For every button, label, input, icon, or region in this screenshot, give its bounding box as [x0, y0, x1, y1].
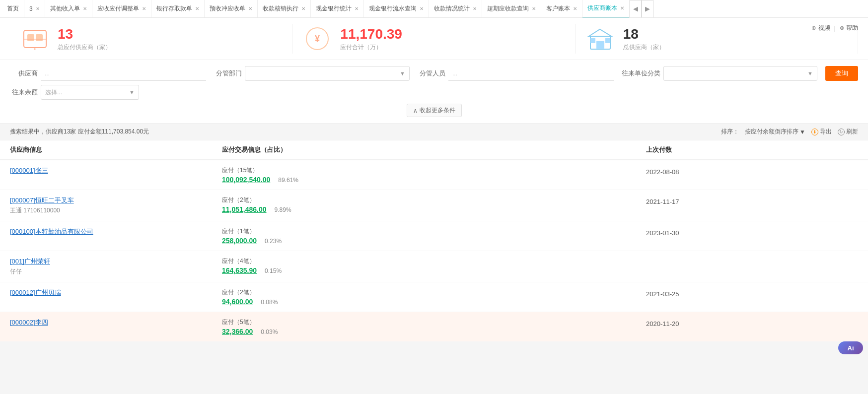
supplier-link[interactable]: [000001]张三 [10, 166, 222, 175]
table-row: [000001]张三 应付（15笔） 100,092,540.00 89.61%… [0, 160, 868, 190]
dept-label: 分管部门 [214, 69, 242, 78]
filter-item-supplier: 供应商 [10, 66, 206, 81]
table-row: [000012]广州贝瑞 应付（2笔） 94,600.00 0.08% 2021… [0, 282, 868, 312]
supplier-link[interactable]: [000100]本特勤油品有限公司 [10, 227, 222, 236]
summary-text-total: 18 总供应商（家） [623, 26, 665, 52]
chevron-down-icon: ▼ [807, 70, 813, 76]
nav-tab-supplier-ledger[interactable]: 供应商账本 ✕ [582, 0, 630, 18]
balance-select[interactable]: 选择... ▼ [41, 85, 139, 100]
nav-tab-other-income[interactable]: 其他收入单 ✕ [45, 0, 92, 18]
person-input[interactable] [448, 66, 614, 81]
nav-tab-collection-verify[interactable]: 收款核销执行 ✕ [258, 0, 311, 18]
svg-text:¥: ¥ [33, 47, 36, 51]
close-icon[interactable]: ✕ [301, 6, 305, 11]
svg-text:¥: ¥ [315, 34, 320, 44]
nav-tab-ar-ap-adjust[interactable]: 应收应付调整单 ✕ [92, 0, 151, 18]
pay-info-cell: 应付（4笔） 164,635.90 0.15% [222, 257, 646, 274]
pay-info-cell: 应付（5笔） 32,366.00 0.03% [222, 318, 646, 335]
svg-marker-8 [589, 29, 611, 36]
nav-prev-arrow[interactable]: ◀ [630, 0, 642, 18]
svg-rect-10 [590, 38, 595, 43]
col-header-last-pay: 上次付数 [646, 145, 858, 154]
supplier-info-cell: [001]广州荣轩 仔仔 [10, 257, 222, 276]
nav-tab-customer-ledger[interactable]: 客户账本 ✕ [541, 0, 582, 18]
suppliers-icon: ¥ [20, 24, 50, 54]
nav-next-arrow[interactable]: ▶ [642, 0, 653, 18]
pay-info-cell: 应付（2笔） 94,600.00 0.08% [222, 288, 646, 306]
help-link[interactable]: ⊙ 帮助 [840, 24, 858, 32]
summary-text-amount: 11,170.39 应付合计（万） [340, 26, 402, 52]
balance-label: 往来余额 [10, 88, 38, 97]
nav-tab-overdue-ar[interactable]: 超期应收款查询 ✕ [482, 0, 541, 18]
search-button[interactable]: 查询 [825, 66, 858, 81]
supplier-info-cell: [000002]李四 [10, 318, 222, 327]
supplier-link[interactable]: [000007]恒旺二手叉车 [10, 196, 222, 205]
filter-item-balance: 往来余额 选择... ▼ [10, 85, 139, 100]
close-icon[interactable]: ✕ [142, 6, 146, 11]
supplier-link[interactable]: [000002]李四 [10, 318, 222, 327]
data-table: 供应商信息 应付交易信息（占比） 上次付数 [000001]张三 应付（15笔）… [0, 140, 868, 342]
last-pay-date: 2023-01-30 [646, 227, 858, 237]
close-icon[interactable]: ✕ [620, 5, 624, 11]
summary-card-amount: ¥ 11,170.39 应付合计（万） [292, 24, 575, 54]
pay-info-cell: 应付（2笔） 11,051,486.00 9.89% [222, 196, 646, 213]
last-pay-date [646, 257, 858, 259]
nav-tab-cash-bank-flow[interactable]: 现金银行流水查询 ✕ [364, 0, 429, 18]
pay-amount-link[interactable]: 11,051,486.00 [222, 205, 267, 213]
supplier-input[interactable] [41, 66, 206, 81]
pay-info-cell: 应付（1笔） 258,000.00 0.23% [222, 227, 646, 245]
close-icon[interactable]: ✕ [355, 6, 359, 11]
pay-amount-link[interactable]: 100,092,540.00 [222, 176, 270, 184]
svg-rect-1 [27, 34, 34, 41]
svg-rect-2 [36, 34, 43, 41]
pay-info-cell: 应付（15笔） 100,092,540.00 89.61% [222, 166, 646, 184]
person-label: 分管人员 [418, 69, 445, 78]
filter-item-unit: 往来单位分类 ▼ [622, 66, 818, 81]
pay-amount-link[interactable]: 164,635.90 [222, 266, 257, 274]
dept-select[interactable]: ▼ [245, 66, 410, 81]
nav-tab-prepay-ar[interactable]: 预收冲应收单 ✕ [205, 0, 258, 18]
supplier-info-cell: [000001]张三 [10, 166, 222, 175]
sort-button[interactable]: 按应付余额倒序排序 ▼ [745, 128, 805, 136]
chevron-down-icon: ▼ [400, 70, 405, 76]
unit-select[interactable]: ▼ [663, 66, 818, 81]
table-row: [000002]李四 应付（5笔） 32,366.00 0.03% 2020-1… [0, 312, 868, 342]
amount-icon: ¥ [302, 24, 332, 54]
close-icon[interactable]: ✕ [248, 6, 252, 11]
pay-amount-link[interactable]: 94,600.00 [222, 298, 253, 306]
refresh-button[interactable]: ↻ 刷新 [838, 128, 858, 136]
close-icon[interactable]: ✕ [473, 6, 477, 11]
supplier-link[interactable]: [000012]广州贝瑞 [10, 288, 222, 297]
last-pay-date: 2021-03-25 [646, 288, 858, 298]
nav-tab-collection-stat[interactable]: 收款情况统计 ✕ [429, 0, 482, 18]
col-header-supplier: 供应商信息 [10, 145, 222, 154]
filter-item-dept: 分管部门 ▼ [214, 66, 410, 81]
help-links: ⊙ 视频 | ⊙ 帮助 [811, 24, 858, 32]
close-icon[interactable]: ✕ [532, 6, 536, 11]
supplier-info-cell: [000100]本特勤油品有限公司 [10, 227, 222, 236]
close-icon[interactable]: ✕ [36, 6, 40, 11]
nav-tab-bank-deposit[interactable]: 银行存取款单 ✕ [151, 0, 205, 18]
close-icon[interactable]: ✕ [573, 6, 577, 11]
export-button[interactable]: ⬇ 导出 [811, 128, 832, 136]
table-row: [000100]本特勤油品有限公司 应付（1笔） 258,000.00 0.23… [0, 221, 868, 251]
chevron-down-icon: ▼ [129, 89, 135, 95]
close-icon[interactable]: ✕ [83, 6, 87, 11]
collapse-button[interactable]: ∧ 收起更多条件 [407, 104, 462, 117]
video-link[interactable]: ⊙ 视频 [811, 24, 830, 32]
pay-amount-link[interactable]: 32,366.00 [222, 328, 253, 335]
close-icon[interactable]: ✕ [195, 6, 199, 11]
filter-row-1: 供应商 分管部门 ▼ 分管人员 往来单位分类 ▼ 查询 [10, 66, 858, 81]
supplier-label: 供应商 [10, 69, 38, 78]
summary-bar: ¥ 13 总应付供应商（家） ¥ 11,170.39 应付合计（万） [0, 18, 868, 60]
nav-tab-cash-bank-stat[interactable]: 现金银行统计 ✕ [311, 0, 364, 18]
close-icon[interactable]: ✕ [420, 6, 424, 11]
supplier-link[interactable]: [001]广州荣轩 [10, 257, 222, 266]
nav-tab-3[interactable]: 3 ✕ [24, 0, 45, 18]
pay-amount-link[interactable]: 258,000.00 [222, 237, 257, 245]
nav-tab-home[interactable]: 首页 [2, 0, 24, 18]
chevron-down-icon: ▼ [799, 129, 805, 135]
last-pay-date: 2020-11-20 [646, 318, 858, 328]
summary-text-payable: 13 总应付供应商（家） [58, 26, 111, 52]
result-actions: 排序： 按应付余额倒序排序 ▼ ⬇ 导出 ↻ 刷新 [721, 128, 858, 136]
